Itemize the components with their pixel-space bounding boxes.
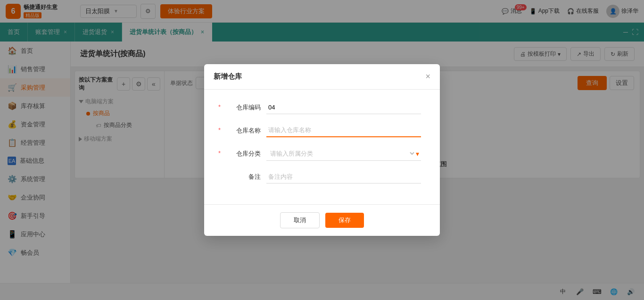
modal-overlay[interactable]: 新增仓库 × 仓库编码 仓库名称 仓库分类 请输入所属分类 ▾ (0, 0, 644, 300)
form-row-code: 仓库编码 (223, 101, 421, 114)
save-button[interactable]: 保存 (325, 213, 364, 228)
note-label: 备注 (223, 173, 261, 181)
name-label: 仓库名称 (223, 126, 261, 135)
note-input[interactable] (266, 170, 421, 183)
category-select-area: 请输入所属分类 ▾ (266, 147, 421, 161)
form-row-note: 备注 (223, 170, 421, 183)
modal-footer: 取消 保存 (204, 204, 440, 236)
modal-close-button[interactable]: × (425, 72, 430, 82)
add-warehouse-modal: 新增仓库 × 仓库编码 仓库名称 仓库分类 请输入所属分类 ▾ (204, 64, 440, 236)
chevron-down-icon: ▾ (416, 150, 419, 158)
form-row-name: 仓库名称 (223, 124, 421, 137)
code-label: 仓库编码 (223, 103, 261, 112)
form-row-category: 仓库分类 请输入所属分类 ▾ (223, 147, 421, 161)
category-label: 仓库分类 (223, 150, 261, 158)
code-input[interactable] (266, 101, 421, 114)
category-select[interactable]: 请输入所属分类 (268, 150, 416, 158)
modal-body: 仓库编码 仓库名称 仓库分类 请输入所属分类 ▾ 备注 (204, 90, 440, 204)
cancel-button[interactable]: 取消 (280, 212, 320, 228)
modal-title: 新增仓库 (214, 72, 242, 81)
name-input[interactable] (266, 124, 421, 137)
modal-header: 新增仓库 × (204, 64, 440, 90)
